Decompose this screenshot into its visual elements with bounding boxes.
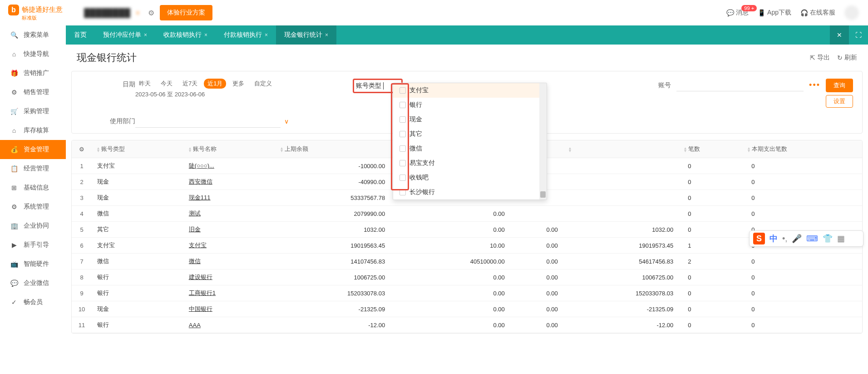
sidebar-item-9[interactable]: ⚙系统管理	[0, 197, 66, 216]
dropdown-item[interactable]: 收钱吧	[393, 170, 547, 185]
skin-icon[interactable]: 👕	[823, 234, 833, 244]
account-link[interactable]: 微信	[183, 254, 275, 269]
trial-plan-button[interactable]: 体验行业方案	[160, 5, 212, 20]
checkbox[interactable]	[399, 116, 406, 123]
date-opt[interactable]: 更多	[229, 79, 248, 89]
account-link[interactable]: 现金111	[183, 190, 275, 206]
table-row: 8 银行 建设银行 1006725.00 0.00 0.00 1006725.0…	[72, 269, 862, 285]
account-link[interactable]: 陡(○○○)...	[183, 158, 275, 174]
checkbox[interactable]	[399, 145, 406, 152]
sidebar-item-14[interactable]: ✓畅会员	[0, 293, 66, 312]
date-opt[interactable]: 近7天	[179, 79, 201, 89]
account-link[interactable]: 工商银行1	[183, 285, 275, 301]
account-link[interactable]: 西安微信	[183, 174, 275, 190]
customer-service-link[interactable]: 🎧 在线客服	[800, 9, 835, 17]
dropdown-item[interactable]: 微信	[393, 141, 547, 156]
checkbox[interactable]	[399, 102, 406, 108]
export-button[interactable]: ⇱导出	[810, 54, 830, 62]
date-opt[interactable]: 昨天	[135, 79, 154, 89]
sidebar-item-1[interactable]: ⌂快捷导航	[0, 45, 66, 64]
dropdown-item[interactable]: 易宝支付	[393, 156, 547, 170]
sidebar: 🔍搜索菜单⌂快捷导航🎁营销推广⚙销售管理🛒采购管理⌂库存核算💰资金管理📋经营管理…	[0, 25, 66, 374]
dropdown-item[interactable]: 支付宝	[393, 83, 547, 98]
date-opt[interactable]: 今天	[157, 79, 176, 89]
scrollbar[interactable]	[539, 83, 547, 199]
sort-icon: ▴▾	[684, 147, 686, 152]
sidebar-icon: 💰	[10, 145, 18, 154]
refresh-button[interactable]: ↻刷新	[837, 54, 857, 62]
ime-punct-icon[interactable]: •,	[782, 234, 787, 244]
avatar[interactable]	[844, 5, 859, 20]
sidebar-icon: 🎁	[10, 69, 18, 77]
col-header[interactable]: ▴▾本期支出笔数	[742, 140, 862, 158]
keyboard-icon[interactable]: ⌨	[806, 234, 818, 244]
dropdown-item[interactable]: 银行	[393, 98, 547, 112]
account-link[interactable]: 建设银行	[183, 269, 275, 285]
col-header[interactable]: ▴▾笔数	[679, 140, 742, 158]
checkbox[interactable]	[399, 131, 406, 137]
table-settings-icon[interactable]: ⚙	[72, 140, 92, 158]
close-icon[interactable]: ×	[204, 32, 207, 38]
col-header[interactable]: ▴▾账号名称	[183, 140, 275, 158]
chat-icon: 💬	[726, 9, 734, 16]
expand-button[interactable]: ⛶	[849, 25, 868, 45]
app-download-link[interactable]: 📱 App下载	[758, 9, 791, 17]
account-link[interactable]: 支付宝	[183, 238, 275, 254]
tab-4[interactable]: 现金银行统计×	[276, 25, 336, 45]
table-row: 7 微信 微信 14107456.83 40510000.00 0.00 546…	[72, 254, 862, 269]
sidebar-item-2[interactable]: 🎁营销推广	[0, 64, 66, 83]
settings-button[interactable]: 设置	[826, 95, 853, 108]
checkbox[interactable]	[399, 175, 406, 181]
tab-0[interactable]: 首页	[66, 25, 95, 45]
sidebar-item-12[interactable]: 📺智能硬件	[0, 254, 66, 274]
sidebar-item-10[interactable]: 🏢企业协同	[0, 216, 66, 235]
account-input[interactable]	[676, 79, 804, 91]
toolbox-icon[interactable]: ▦	[837, 234, 845, 244]
sidebar-item-6[interactable]: 💰资金管理	[0, 140, 66, 159]
mic-icon[interactable]: 🎤	[792, 234, 802, 244]
tab-1[interactable]: 预付冲应付单×	[95, 25, 155, 45]
close-icon[interactable]: ×	[325, 32, 328, 38]
company-selector[interactable]: ████████ ∨	[84, 8, 140, 18]
checkbox[interactable]	[399, 189, 406, 195]
sidebar-item-7[interactable]: 📋经营管理	[0, 159, 66, 178]
sidebar-item-5[interactable]: ⌂库存核算	[0, 121, 66, 140]
col-header[interactable]: ▴▾账号类型	[92, 140, 183, 158]
dropdown-item[interactable]: 现金	[393, 112, 547, 127]
sidebar-icon: ⚙	[10, 203, 18, 211]
checkbox[interactable]	[399, 87, 406, 94]
more-dots[interactable]: •••	[809, 79, 820, 90]
checkbox[interactable]	[399, 160, 406, 166]
top-header: b 畅捷通好生意 标准版 ████████ ∨ ⚙ 体验行业方案 💬 消息 99…	[0, 0, 868, 25]
ime-lang[interactable]: 中	[769, 233, 778, 244]
date-opt[interactable]: 自定义	[251, 79, 276, 89]
dropdown-item[interactable]: 长沙银行	[393, 185, 547, 199]
date-opt[interactable]: 近1月	[204, 79, 226, 89]
sidebar-item-0[interactable]: 🔍搜索菜单	[0, 25, 66, 45]
sidebar-item-11[interactable]: ▶新手引导	[0, 235, 66, 254]
dropdown-item[interactable]: 其它	[393, 127, 547, 141]
sidebar-item-4[interactable]: 🛒采购管理	[0, 102, 66, 121]
account-link[interactable]: AAA	[183, 317, 275, 333]
chevron-down-icon[interactable]: ∨	[284, 118, 289, 125]
tab-3[interactable]: 付款核销执行×	[216, 25, 276, 45]
tab-2[interactable]: 收款核销执行×	[155, 25, 216, 45]
col-header[interactable]: ▴▾上期余额	[275, 140, 390, 158]
close-icon[interactable]: ×	[144, 32, 147, 38]
col-header[interactable]: ▴▾	[563, 140, 679, 158]
close-icon[interactable]: ×	[265, 32, 268, 38]
ime-toolbar[interactable]: S 中 •, 🎤 ⌨ 👕 ▦	[749, 230, 863, 247]
query-button[interactable]: 查询	[826, 79, 853, 92]
close-tab-button[interactable]: ✕	[830, 25, 849, 45]
sidebar-item-13[interactable]: 💬企业微信	[0, 274, 66, 293]
account-link[interactable]: 旧金	[183, 222, 275, 238]
account-link[interactable]: 测试	[183, 206, 275, 222]
messages-link[interactable]: 💬 消息 99 +	[726, 9, 749, 17]
account-link[interactable]: 中国银行	[183, 301, 275, 317]
dept-input[interactable]	[135, 115, 281, 128]
sidebar-item-3[interactable]: ⚙销售管理	[0, 83, 66, 102]
brand-sub: 标准版	[22, 15, 63, 21]
sidebar-item-8[interactable]: ⊞基础信息	[0, 178, 66, 197]
gear-icon[interactable]: ⚙	[148, 9, 154, 17]
sort-icon: ▴▾	[189, 147, 191, 152]
